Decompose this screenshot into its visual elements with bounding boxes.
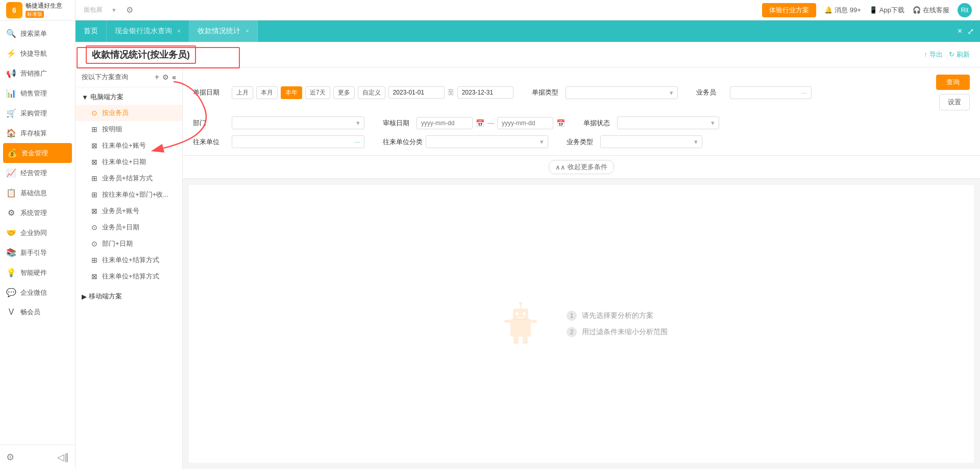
sidebar-icon-13: 💬	[6, 288, 16, 297]
business-type-filter: 业务类型 ▾	[567, 135, 702, 148]
dept-select[interactable]: ▾	[232, 116, 364, 129]
scheme-item-dept-date[interactable]: ⊙ 部门+日期	[76, 236, 182, 252]
salesperson-dots[interactable]: ···	[801, 89, 807, 97]
customer-dots[interactable]: ···	[354, 138, 360, 146]
date-to-input[interactable]	[457, 86, 513, 99]
sidebar-icon-0: 🔍	[6, 29, 16, 38]
sidebar-item-资金管理[interactable]: 💰 资金管理	[3, 143, 72, 163]
tab-expand-icon[interactable]: ⤢	[967, 27, 974, 36]
scheme-settings-icon[interactable]: ⚙	[162, 73, 169, 81]
customer-account-icon: ⊠	[90, 142, 99, 150]
scheme-item-salesperson-date[interactable]: ⊙ 业务员+日期	[76, 219, 182, 236]
scheme-group-mobile-title[interactable]: ▶ 移动端方案	[76, 289, 182, 304]
scheme-item-customer-account[interactable]: ⊠ 往来单位+账号	[76, 137, 182, 154]
calendar-to-icon[interactable]: 📅	[556, 119, 565, 127]
header-bar-right: 体验行业方案 🔔 消息 99+ 📱 App下载 🎧 在线客服 Rit	[762, 3, 972, 17]
tab-collection[interactable]: 收款情况统计 ×	[189, 20, 258, 42]
robot-illustration	[495, 298, 546, 349]
tab-cashflow-label: 现金银行流水查询	[115, 27, 172, 36]
user-avatar[interactable]: Rit	[958, 3, 972, 17]
page-actions: ↑ 导出 ↻ 刷新	[924, 50, 970, 59]
customer-type-select[interactable]: ▾	[426, 135, 548, 148]
settings-icon[interactable]: ⚙	[6, 452, 14, 463]
refresh-button[interactable]: ↻ 刷新	[949, 50, 970, 59]
tab-cashflow-close[interactable]: ×	[177, 28, 181, 35]
tip-text-1: 请先选择要分析的方案	[582, 311, 653, 320]
review-date-from[interactable]	[416, 117, 473, 129]
export-button[interactable]: ↑ 导出	[924, 50, 943, 59]
dropdown-icon[interactable]: ▾	[112, 6, 116, 14]
trial-button[interactable]: 体验行业方案	[762, 3, 816, 17]
date-btn-more[interactable]: 更多	[333, 86, 355, 99]
date-btn-this-year[interactable]: 本年	[281, 86, 302, 99]
query-button[interactable]: 查询	[936, 75, 970, 90]
scheme-item-detail[interactable]: ⊞ 按明细	[76, 121, 182, 137]
sidebar-item-企业协同[interactable]: 🤝 企业协同	[0, 223, 75, 243]
sidebar-item-采购管理[interactable]: 🛒 采购管理	[0, 103, 75, 123]
sidebar-label-5: 库存核算	[20, 129, 47, 138]
sidebar-item-经营管理[interactable]: 📈 经营管理	[0, 163, 75, 183]
scheme-item-customer-dept[interactable]: ⊞ 按往来单位+部门+收...	[76, 186, 182, 203]
date-btn-this-month[interactable]: 本月	[256, 86, 278, 99]
sidebar-item-快捷导航[interactable]: ⚡ 快捷导航	[0, 43, 75, 63]
tab-cashflow[interactable]: 现金银行流水查询 ×	[107, 20, 189, 42]
sidebar-item-基础信息[interactable]: 📋 基础信息	[0, 183, 75, 203]
sidebar-item-销售管理[interactable]: 📊 销售管理	[0, 83, 75, 103]
settings-button[interactable]: 设置	[939, 94, 970, 110]
date-from-input[interactable]	[388, 86, 445, 99]
date-btn-custom[interactable]: 自定义	[358, 86, 385, 99]
customer-select[interactable]: ···	[232, 135, 364, 148]
sidebar-item-智能硬件[interactable]: 💡 智能硬件	[0, 263, 75, 283]
filter-row-1: 单据日期 上月 本月 本年 近7天 更多 自定义 至 单据类型	[193, 75, 970, 110]
app-download-area[interactable]: 📱 App下载	[869, 6, 904, 15]
scheme-item-customer-date[interactable]: ⊠ 往来单位+日期	[76, 154, 182, 170]
collapse-panel-icon[interactable]: «	[172, 73, 176, 81]
svg-point-3	[523, 312, 526, 315]
sidebar-item-畅会员[interactable]: V 畅会员	[0, 302, 75, 322]
sidebar-label-13: 企业微信	[20, 288, 47, 297]
scheme-item-customer-date-label: 往来单位+日期	[102, 157, 146, 167]
doc-type-select[interactable]: ▾	[566, 86, 678, 99]
calendar-from-icon[interactable]: 📅	[476, 119, 484, 127]
scheme-item-salesperson[interactable]: ⊙ 按业务员	[76, 105, 182, 121]
tab-home-label: 首页	[84, 27, 98, 36]
app-name: 畅捷通好生意 标准版	[26, 2, 62, 17]
review-date-to[interactable]	[497, 117, 553, 129]
online-service-area[interactable]: 🎧 在线客服	[913, 6, 949, 15]
empty-tips: 1 请先选择要分析的方案 2 用过滤条件来缩小分析范围	[567, 311, 668, 337]
sidebar-item-库存核算[interactable]: 🏠 库存核算	[0, 123, 75, 143]
notification-area[interactable]: 🔔 消息 99+	[824, 6, 861, 15]
add-scheme-icon[interactable]: +	[155, 73, 159, 82]
tab-collection-close[interactable]: ×	[246, 28, 249, 35]
collapse-sidebar-icon[interactable]: ◁∥	[57, 452, 69, 463]
salesperson-select[interactable]: ···	[730, 86, 812, 99]
tip-num-2: 2	[567, 327, 577, 337]
svg-rect-8	[523, 337, 528, 344]
scheme-item-salesperson-settle[interactable]: ⊞ 业务员+结算方式	[76, 170, 182, 186]
scheme-item-customer-settle1[interactable]: ⊞ 往来单位+结算方式	[76, 252, 182, 268]
date-btn-7days[interactable]: 近7天	[305, 86, 330, 99]
scheme-item-customer-settle2[interactable]: ⊠ 往来单位+结算方式	[76, 268, 182, 285]
sidebar-item-营销推广[interactable]: 📢 营销推广	[0, 63, 75, 83]
sidebar-icon-14: V	[6, 308, 16, 317]
scheme-group-desktop-title[interactable]: ▼ 电脑端方案	[76, 89, 182, 105]
sidebar-item-企业微信[interactable]: 💬 企业微信	[0, 283, 75, 302]
date-btn-last-month[interactable]: 上月	[232, 86, 253, 99]
tab-home[interactable]: 首页	[76, 20, 107, 42]
salesperson-date-icon: ⊙	[90, 223, 99, 231]
empty-tip-2: 2 用过滤条件来缩小分析范围	[567, 327, 668, 337]
tab-close-all-icon[interactable]: ×	[958, 27, 962, 36]
download-icon: 📱	[869, 6, 877, 14]
sidebar-item-搜索菜单[interactable]: 🔍 搜索菜单	[0, 24, 75, 43]
app-logo: 6	[6, 2, 22, 18]
tab-collection-label: 收款情况统计	[198, 27, 240, 36]
gear-icon-header[interactable]: ⚙	[126, 5, 133, 15]
sidebar-label-2: 营销推广	[20, 69, 47, 78]
doc-status-select[interactable]: ▾	[617, 116, 719, 129]
collapse-button[interactable]: ∧∧ 收起更多条件	[549, 160, 614, 174]
scheme-item-salesperson-account[interactable]: ⊠ 业务员+账号	[76, 203, 182, 219]
business-type-select[interactable]: ▾	[600, 135, 702, 148]
refresh-icon: ↻	[949, 51, 954, 58]
sidebar-item-系统管理[interactable]: ⚙ 系统管理	[0, 203, 75, 223]
sidebar-item-新手引导[interactable]: 📚 新手引导	[0, 243, 75, 263]
